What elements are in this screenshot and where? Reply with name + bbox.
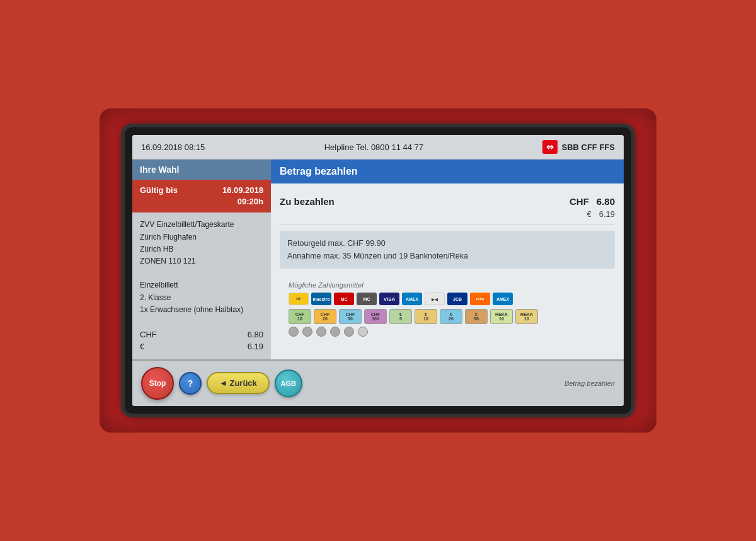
sbb-logo: ⇔ SBB CFF FFS: [542, 140, 615, 154]
card-mc2-icon: MC: [357, 293, 377, 305]
coin-notes-row: CHF10 CHF20 CHF50 CHF100 €5 €10 €20 €50 …: [289, 309, 606, 324]
bill-chf-10: CHF10: [289, 309, 311, 324]
card-visa-icon: VISA: [379, 293, 399, 305]
price-eur-value: 6.19: [248, 340, 263, 353]
ihre-wahl-label: Ihre Wahl: [140, 165, 180, 175]
bill-eur-5: €5: [389, 309, 412, 324]
price-eur-row: € 6.19: [570, 209, 615, 219]
action-bar: Stop ? ◄ Zurück AGB Betrag bezahlen: [132, 359, 624, 406]
retourgeld-line2: Annahme max. 35 Münzen und 19 Banknoten/…: [287, 250, 607, 262]
zuruck-button[interactable]: ◄ Zurück: [207, 372, 270, 394]
card-amex2-icon: AMEX: [493, 293, 513, 305]
help-button[interactable]: ?: [179, 372, 202, 395]
price-chf-row: CHF 6.80: [570, 196, 615, 207]
price-details: CHF 6.80 € 6.19: [570, 196, 615, 219]
ihre-wahl-header: Ihre Wahl: [132, 160, 271, 180]
screen-bezel: 16.09.2018 08:15 Helpline Tel. 0800 11 4…: [125, 127, 631, 414]
price-chf-label: CHF: [140, 329, 157, 341]
billett-type: Einzelbillett: [140, 279, 263, 291]
betrag-bezahlen-status: Betrag bezahlen: [564, 380, 615, 387]
payment-methods-label: Mögliche Zahlungsmittel: [289, 281, 606, 289]
persons: 1x Erwachsene (ohne Halbtax): [140, 304, 263, 316]
card-reka-icon: reka: [470, 293, 490, 305]
card-postfinance-icon: PF: [289, 293, 309, 305]
retourgeld-line1: Retourgeld max. CHF 99.90: [287, 237, 607, 250]
card-mc-icon: MC: [334, 293, 354, 305]
bill-chf-50: CHF50: [339, 309, 362, 324]
bill-eur-10: €10: [415, 309, 437, 324]
right-panel: Betrag bezahlen Zu bezahlen CHF 6.80: [271, 160, 624, 359]
coin-dot-6: [358, 327, 368, 337]
to-station: Zürich HB: [140, 243, 263, 255]
screen: 16.09.2018 08:15 Helpline Tel. 0800 11 4…: [132, 135, 624, 406]
agb-button[interactable]: AGB: [275, 369, 302, 397]
bottom-price: CHF 6.80 € 6.19: [132, 322, 271, 359]
sbb-icon: ⇔: [542, 140, 558, 154]
card-jcb-icon: JCB: [447, 293, 467, 305]
coin-dot-3: [316, 327, 326, 337]
coin-dot-1: [289, 327, 299, 337]
coin-dot-2: [302, 327, 312, 337]
header-bar: 16.09.2018 08:15 Helpline Tel. 0800 11 4…: [132, 135, 624, 160]
price-row-eur: € 6.19: [140, 340, 263, 353]
main-area: Ihre Wahl Gültig bis 16.09.2018 09:20h Z…: [132, 160, 624, 359]
bill-eur-20: €20: [440, 309, 462, 324]
price-row-chf: CHF 6.80: [140, 329, 263, 341]
currency-chf: CHF: [570, 196, 589, 207]
amount-eur: 6.19: [599, 209, 615, 219]
ticket-details: ZVV Einzelbillett/Tageskarte Zürich Flug…: [132, 212, 271, 322]
helpline-text: Helpline Tel. 0800 11 44 77: [324, 143, 423, 152]
bill-reka-other: REKA10: [515, 309, 538, 324]
sbb-arrows-icon: ⇔: [546, 142, 554, 152]
gueltig-bis-value: 16.09.2018 09:20h: [222, 185, 263, 207]
gueltig-bis-label: Gültig bis: [140, 185, 178, 195]
klasse: 2. Klasse: [140, 292, 263, 304]
zu-bezahlen-label: Zu bezahlen: [280, 196, 335, 207]
from-station: Zürich Flughafen: [140, 231, 263, 243]
zu-bezahlen-row: Zu bezahlen CHF 6.80 € 6.19: [280, 191, 615, 224]
bill-reka-10: REKA10: [490, 309, 513, 324]
price-eur-label: €: [140, 340, 144, 353]
betrag-header: Betrag bezahlen: [271, 160, 624, 183]
machine-outer: 16.09.2018 08:15 Helpline Tel. 0800 11 4…: [100, 108, 656, 433]
action-buttons-left: Stop ? ◄ Zurück AGB: [141, 367, 302, 400]
card-maestro-icon: maestro: [311, 293, 331, 305]
gueltig-bis-box: Gültig bis 16.09.2018 09:20h: [132, 180, 271, 212]
card-icons-row: PF maestro MC MC VISA AMEX ▶◀ JCB reka A…: [289, 293, 606, 305]
ticket-type: ZVV Einzelbillett/Tageskarte: [140, 219, 263, 231]
stop-button[interactable]: Stop: [141, 367, 174, 400]
payment-methods-section: Mögliche Zahlungsmittel PF maestro MC MC…: [280, 275, 615, 343]
card-amex-icon: AMEX: [402, 293, 422, 305]
bill-eur-50: €50: [465, 309, 488, 324]
coin-dot-5: [344, 327, 354, 337]
coin-dots-row: [289, 327, 606, 337]
sbb-brand-text: SBB CFF FFS: [561, 143, 615, 152]
left-panel: Ihre Wahl Gültig bis 16.09.2018 09:20h Z…: [132, 160, 271, 359]
datetime-display: 16.09.2018 08:15: [141, 143, 205, 152]
zones: ZONEN 110 121: [140, 255, 263, 267]
payment-info: Zu bezahlen CHF 6.80 € 6.19: [271, 183, 624, 351]
price-chf-value: 6.80: [248, 329, 263, 341]
currency-eur: €: [587, 209, 591, 219]
retourgeld-box: Retourgeld max. CHF 99.90 Annahme max. 3…: [280, 231, 615, 269]
bill-chf-20: CHF20: [314, 309, 336, 324]
amount-chf: 6.80: [597, 196, 615, 207]
betrag-header-label: Betrag bezahlen: [280, 166, 358, 177]
coin-dot-4: [330, 327, 340, 337]
card-unknown1-icon: ▶◀: [425, 293, 445, 305]
bill-chf-100: CHF100: [364, 309, 387, 324]
